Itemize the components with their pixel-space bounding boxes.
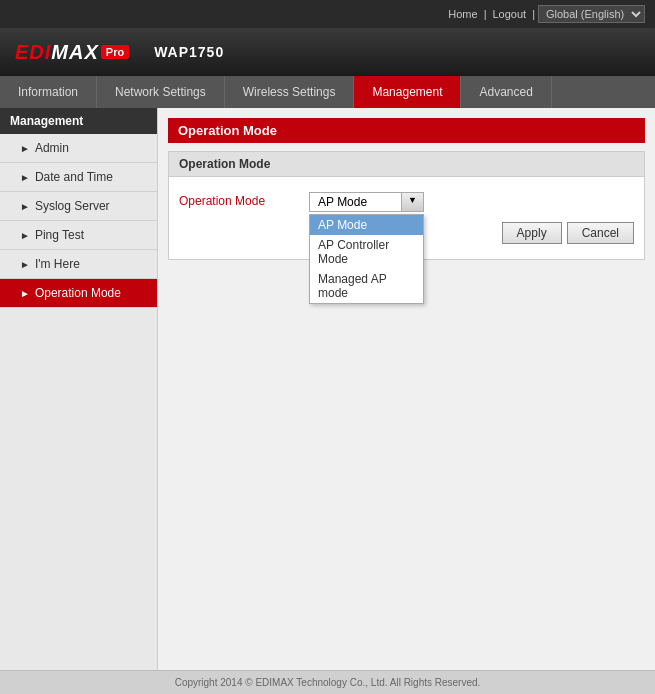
operation-mode-row: Operation Mode AP Mode ▼ AP ModeAP Contr… [179, 192, 634, 212]
page-title: Operation Mode [168, 118, 645, 143]
dropdown-display: AP Mode [310, 193, 401, 211]
sidebar-item-operation-mode[interactable]: ►Operation Mode [0, 279, 157, 308]
nav-tab-management[interactable]: Management [354, 76, 461, 108]
main-layout: Management ►Admin►Date and Time►Syslog S… [0, 108, 655, 670]
sidebar-arrow-icon: ► [20, 143, 30, 154]
content-box-body: Operation Mode AP Mode ▼ AP ModeAP Contr… [169, 177, 644, 259]
nav-tab-network-settings[interactable]: Network Settings [97, 76, 225, 108]
content-box: Operation Mode Operation Mode AP Mode ▼ … [168, 151, 645, 260]
footer-text: Copyright 2014 © EDIMAX Technology Co., … [175, 677, 481, 688]
nav-tab-wireless-settings[interactable]: Wireless Settings [225, 76, 355, 108]
dropdown-option-managed-ap-mode[interactable]: Managed AP mode [310, 269, 423, 303]
sidebar-title: Management [0, 108, 157, 134]
divider1: | [484, 8, 487, 20]
content-box-header: Operation Mode [169, 152, 644, 177]
home-link[interactable]: Home [448, 8, 477, 20]
sidebar-arrow-icon: ► [20, 288, 30, 299]
sidebar-item-ping-test[interactable]: ►Ping Test [0, 221, 157, 250]
sidebar-arrow-icon: ► [20, 230, 30, 241]
sidebar-item-admin[interactable]: ►Admin [0, 134, 157, 163]
sidebar: Management ►Admin►Date and Time►Syslog S… [0, 108, 158, 670]
content-area: Operation Mode Operation Mode Operation … [158, 108, 655, 670]
sidebar-item-syslog-server[interactable]: ►Syslog Server [0, 192, 157, 221]
logo-edimax: EDIMAX [15, 41, 99, 64]
sidebar-arrow-icon: ► [20, 172, 30, 183]
logo-pro: Pro [101, 45, 129, 59]
cancel-button[interactable]: Cancel [567, 222, 634, 244]
topbar: Home | Logout | Global (English) [0, 0, 655, 28]
device-name: WAP1750 [154, 44, 224, 60]
language-select[interactable]: Global (English) [538, 5, 645, 23]
divider2: | [532, 8, 535, 20]
nav-tabs: InformationNetwork SettingsWireless Sett… [0, 76, 655, 108]
sidebar-item-date-time[interactable]: ►Date and Time [0, 163, 157, 192]
dropdown-popup: AP ModeAP Controller ModeManaged AP mode [309, 214, 424, 304]
logo: EDIMAX Pro [15, 41, 129, 64]
sidebar-item-im-here[interactable]: ►I'm Here [0, 250, 157, 279]
sidebar-arrow-icon: ► [20, 259, 30, 270]
footer: Copyright 2014 © EDIMAX Technology Co., … [0, 670, 655, 694]
sidebar-arrow-icon: ► [20, 201, 30, 212]
dropdown-arrow-icon[interactable]: ▼ [401, 193, 423, 211]
operation-mode-control: AP Mode ▼ AP ModeAP Controller ModeManag… [309, 192, 634, 212]
nav-tab-advanced[interactable]: Advanced [461, 76, 551, 108]
dropdown-option-ap-controller-mode[interactable]: AP Controller Mode [310, 235, 423, 269]
dropdown-option-ap-mode[interactable]: AP Mode [310, 215, 423, 235]
apply-button[interactable]: Apply [502, 222, 562, 244]
header: EDIMAX Pro WAP1750 [0, 28, 655, 76]
nav-tab-information[interactable]: Information [0, 76, 97, 108]
operation-mode-label: Operation Mode [179, 192, 309, 208]
dropdown-wrapper[interactable]: AP Mode ▼ [309, 192, 424, 212]
logout-link[interactable]: Logout [492, 8, 526, 20]
